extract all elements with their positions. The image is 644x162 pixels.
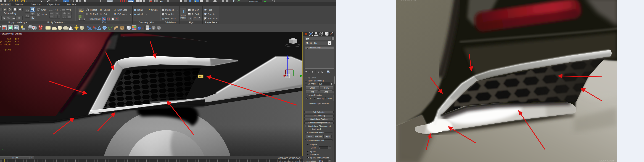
svg-text:30: 30 <box>204 19 205 20</box>
svg-text:NetCarShow.com: NetCarShow.com <box>598 160 615 162</box>
svg-text:HF: HF <box>114 28 117 30</box>
svg-text:ABC: ABC <box>160 0 163 2</box>
svg-text:NetCarShow.com: NetCarShow.com <box>400 0 417 2</box>
svg-text:gum: gum <box>199 75 203 77</box>
svg-text:y: y <box>2 148 3 150</box>
svg-text:0x: 0x <box>121 28 122 29</box>
svg-text:schweller-st...: schweller-st... <box>249 0 258 2</box>
svg-text:?: ? <box>153 26 154 29</box>
svg-text:?: ? <box>158 26 160 29</box>
